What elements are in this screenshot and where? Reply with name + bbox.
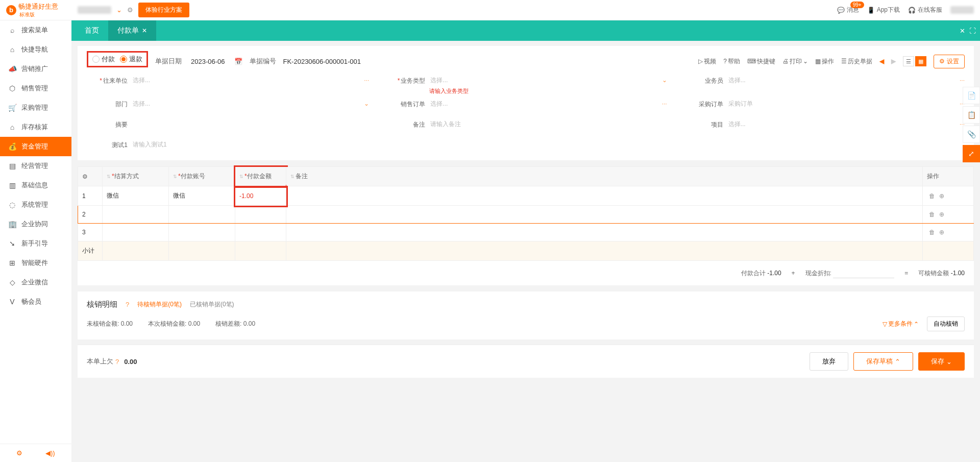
next-doc-arrow[interactable]: ▶ (891, 58, 896, 65)
discount-input[interactable] (833, 268, 894, 278)
tab-0[interactable]: 首页 (76, 20, 108, 41)
calendar-icon[interactable]: 📅 (234, 58, 242, 65)
app-download-link[interactable]: 📱 App下载 (867, 6, 900, 14)
trial-button[interactable]: 体验行业方案 (138, 3, 189, 17)
col-remark[interactable]: ⇅备注 (286, 167, 923, 186)
ellipsis-icon[interactable]: ··· (662, 100, 667, 107)
history-action[interactable]: ☰历史单据 (841, 57, 872, 66)
help-icon[interactable]: ? (126, 301, 129, 308)
delete-icon[interactable]: 🗑 (929, 192, 935, 200)
support-link[interactable]: 🎧 在线客服 (908, 6, 942, 14)
more-filter-link[interactable]: ▽更多条件⌃ (883, 320, 919, 328)
help-icon[interactable]: ? (115, 358, 119, 366)
chevron-down-icon[interactable]: ⌄ (662, 77, 667, 84)
sidebar-item-6[interactable]: 💰资金管理 (0, 137, 71, 156)
close-icon[interactable]: ✕ (142, 27, 147, 34)
save-button[interactable]: 保存⌄ (918, 352, 965, 371)
delete-icon[interactable]: 🗑 (929, 229, 935, 236)
video-action[interactable]: ▷视频 (698, 57, 716, 66)
cell-acct[interactable] (169, 224, 235, 241)
radio-pay[interactable]: 付款 (92, 55, 115, 64)
sidebar-item-2[interactable]: 📣营销推广 (0, 59, 71, 79)
sidebar-item-13[interactable]: ◇企业微信 (0, 273, 71, 292)
ellipsis-icon[interactable]: ··· (960, 77, 965, 84)
cell-acct[interactable] (169, 206, 235, 224)
sidebar-item-14[interactable]: V畅会员 (0, 292, 71, 311)
radio-refund[interactable]: 退款 (120, 55, 142, 64)
rail-note-icon[interactable]: 📄 (963, 87, 980, 104)
print-action[interactable]: 🖨打印⌄ (782, 57, 808, 66)
cell-amount[interactable] (235, 224, 286, 241)
project-input[interactable] (727, 118, 965, 130)
pending-tab[interactable]: 待核销单据(0笔) (137, 300, 182, 309)
cell-settle[interactable]: 微信 (103, 186, 169, 206)
add-icon[interactable]: ⊕ (939, 192, 944, 200)
sidebar-item-0[interactable]: ⌕搜索菜单 (0, 20, 71, 40)
purchase-order-input[interactable] (727, 98, 965, 110)
partner-input[interactable] (132, 75, 369, 86)
cell-remark[interactable] (286, 224, 923, 241)
expand-icon[interactable]: ⛶ (969, 27, 976, 35)
summary-input[interactable] (132, 118, 369, 130)
sales-order-input[interactable] (429, 98, 667, 110)
doc-date-value[interactable]: 2023-06-06 (189, 57, 227, 66)
cell-remark[interactable] (286, 206, 923, 224)
sidebar-item-3[interactable]: ⬡销售管理 (0, 79, 71, 98)
help-action[interactable]: ?帮助 (723, 57, 740, 66)
col-settle[interactable]: ⇅*结算方式 (103, 167, 169, 186)
col-acct[interactable]: ⇅*付款账号 (169, 167, 235, 186)
cell-acct[interactable]: 微信 (169, 186, 235, 206)
add-icon[interactable]: ⊕ (939, 229, 944, 236)
auto-verify-button[interactable]: 自动核销 (927, 317, 965, 331)
sidebar-item-1[interactable]: ⌂快捷导航 (0, 40, 71, 59)
sidebar-item-4[interactable]: 🛒采购管理 (0, 98, 71, 117)
cell-settle[interactable] (103, 206, 169, 224)
cell-amount[interactable] (235, 206, 286, 224)
settings-icon[interactable]: ⚙ (16, 449, 22, 457)
messages-link[interactable]: 💬 消息 99+ (837, 6, 859, 14)
cell-remark[interactable] (286, 186, 923, 206)
sidebar-item-12[interactable]: ⊞智能硬件 (0, 253, 71, 273)
sidebar-item-8[interactable]: ▥基础信息 (0, 176, 71, 195)
collapse-icon[interactable]: ◀)) (45, 449, 55, 457)
dept-input[interactable] (132, 98, 369, 110)
config-button[interactable]: ⚙设置 (934, 55, 965, 68)
prev-doc-arrow[interactable]: ◀ (879, 58, 884, 65)
done-tab[interactable]: 已核销单据(0笔) (190, 300, 234, 309)
table-row[interactable]: 2🗑⊕ (78, 206, 974, 224)
user-name-masked[interactable]: xxxx (950, 6, 974, 14)
sidebar-item-10[interactable]: 🏢企业协同 (0, 214, 71, 234)
ellipsis-icon[interactable]: ··· (364, 77, 369, 84)
test1-input[interactable] (132, 139, 310, 151)
tab-1[interactable]: 付款单✕ (108, 20, 156, 41)
cell-amount[interactable]: -1.00 (235, 186, 286, 206)
col-settings[interactable]: ⚙ (78, 167, 103, 186)
sidebar-item-11[interactable]: ➘新手引导 (0, 234, 71, 253)
shortcut-action[interactable]: ⌨快捷键 (747, 57, 775, 66)
table-row[interactable]: 1微信微信-1.00🗑⊕ (78, 186, 974, 206)
close-all-icon[interactable]: ✕ (960, 27, 965, 35)
sidebar-item-5[interactable]: ⌂库存核算 (0, 117, 71, 137)
operation-action[interactable]: ▦操作 (815, 57, 834, 66)
remark-input[interactable] (429, 118, 667, 130)
rail-doc-icon[interactable]: 📋 (963, 106, 980, 124)
view-list-button[interactable]: ☰ (903, 56, 914, 66)
table-row[interactable]: 3🗑⊕ (78, 224, 974, 241)
save-draft-button[interactable]: 保存草稿⌃ (853, 352, 913, 371)
sidebar-item-9[interactable]: ◌系统管理 (0, 195, 71, 214)
col-amount[interactable]: ⇅*付款金额 (235, 167, 286, 186)
rail-attach-icon[interactable]: 📎 (963, 126, 980, 143)
delete-icon[interactable]: 🗑 (929, 211, 935, 218)
cell-settle[interactable] (103, 224, 169, 241)
chevron-down-icon[interactable]: ⌄ (364, 100, 369, 107)
biztype-input[interactable] (429, 75, 667, 86)
menu-label: 经营管理 (21, 161, 48, 171)
sidebar-item-7[interactable]: ▤经营管理 (0, 156, 71, 176)
add-icon[interactable]: ⊕ (939, 211, 944, 218)
rail-expand-icon[interactable]: ⤢ (963, 145, 980, 162)
view-card-button[interactable]: ▦ (915, 56, 926, 66)
discard-button[interactable]: 放弃 (810, 352, 848, 371)
chevron-down-icon[interactable]: ⌄ (116, 6, 122, 14)
clerk-input[interactable] (727, 75, 965, 86)
gear-icon[interactable]: ⚙ (127, 6, 133, 14)
